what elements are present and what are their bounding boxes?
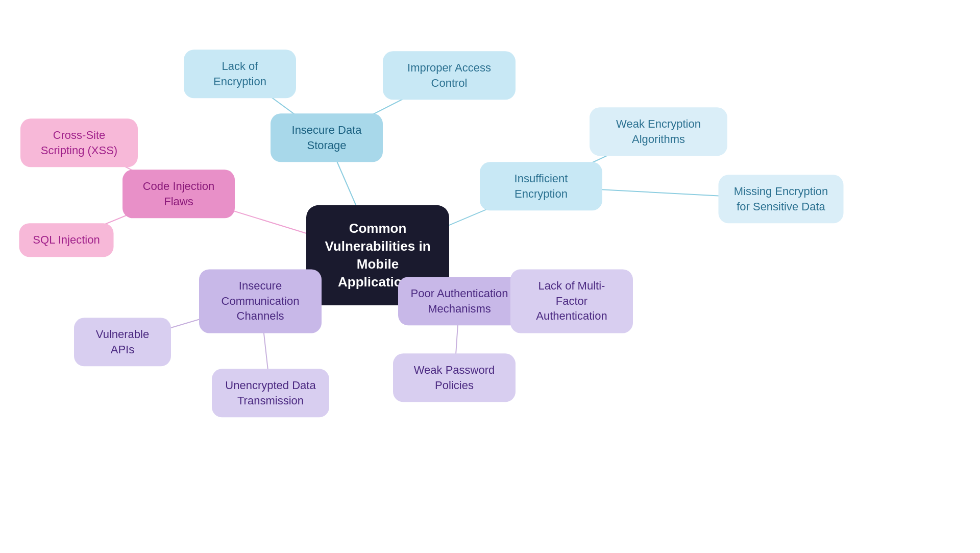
weak-encryption-algorithms-label: Weak Encryption Algorithms — [602, 116, 715, 147]
unencrypted-transmission-node: Unencrypted Data Transmission — [212, 369, 329, 417]
weak-password-node: Weak Password Policies — [393, 353, 516, 402]
insufficient-encryption-label: Insufficient Encryption — [492, 171, 590, 201]
unencrypted-transmission-label: Unencrypted Data Transmission — [224, 378, 317, 408]
cross-site-scripting-node: Cross-Site Scripting (XSS) — [20, 118, 138, 167]
sql-injection-label: SQL Injection — [33, 232, 100, 248]
code-injection-flaws-label: Code Injection Flaws — [135, 179, 223, 209]
improper-access-control-label: Improper Access Control — [395, 60, 503, 90]
missing-encryption-sensitive-label: Missing Encryption for Sensitive Data — [731, 184, 831, 214]
lack-of-encryption-label: Lack of Encryption — [196, 59, 284, 89]
insufficient-encryption-node: Insufficient Encryption — [480, 162, 602, 210]
poor-authentication-label: Poor Authentication Mechanisms — [410, 286, 508, 316]
vulnerable-apis-label: Vulnerable APIs — [86, 327, 159, 357]
insecure-communication-node: Insecure Communication Channels — [199, 269, 322, 333]
lack-mfa-node: Lack of Multi-Factor Authentication — [510, 269, 633, 333]
sql-injection-node: SQL Injection — [19, 223, 114, 257]
vulnerable-apis-node: Vulnerable APIs — [74, 318, 171, 366]
cross-site-scripting-label: Cross-Site Scripting (XSS) — [33, 128, 126, 158]
insecure-data-storage-node: Insecure Data Storage — [271, 113, 383, 162]
mind-map-canvas: Common Vulnerabilities in Mobile Applica… — [0, 0, 980, 553]
lack-mfa-label: Lack of Multi-Factor Authentication — [523, 278, 621, 324]
weak-encryption-algorithms-node: Weak Encryption Algorithms — [590, 107, 727, 156]
lack-of-encryption-node: Lack of Encryption — [184, 50, 296, 98]
weak-password-label: Weak Password Policies — [405, 363, 503, 393]
insecure-data-storage-label: Insecure Data Storage — [283, 123, 371, 153]
insecure-communication-label: Insecure Communication Channels — [211, 278, 309, 324]
missing-encryption-sensitive-node: Missing Encryption for Sensitive Data — [719, 175, 844, 223]
code-injection-flaws-node: Code Injection Flaws — [122, 170, 235, 218]
improper-access-control-node: Improper Access Control — [383, 51, 516, 100]
poor-authentication-node: Poor Authentication Mechanisms — [398, 277, 521, 325]
